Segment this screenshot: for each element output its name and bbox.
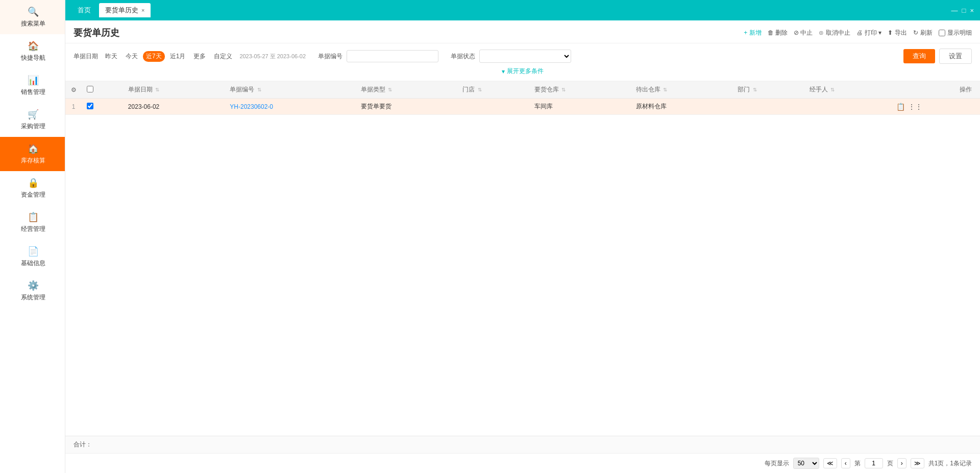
sidebar-item-label: 销售管理: [21, 88, 45, 97]
th-order-no[interactable]: 单据编号 ⇅: [225, 81, 356, 99]
show-detail-label: 显示明细: [947, 29, 972, 37]
th-pending-warehouse[interactable]: 待出仓库 ⇅: [631, 81, 732, 99]
sidebar-item-sales[interactable]: 📊 销售管理: [0, 68, 65, 103]
close-button[interactable]: ×: [970, 7, 974, 14]
filter-status: 单据状态: [451, 50, 571, 63]
row-department: [732, 99, 804, 115]
th-date[interactable]: 单据日期 ⇅: [123, 81, 225, 99]
refresh-icon: ↻: [913, 29, 918, 36]
query-button[interactable]: 查询: [903, 49, 935, 63]
minimize-button[interactable]: —: [951, 7, 958, 14]
tab-requisition-history[interactable]: 要货单历史 ×: [99, 3, 151, 17]
date-btn-yesterday[interactable]: 昨天: [102, 51, 120, 62]
tab-home[interactable]: 首页: [71, 3, 97, 17]
row-more-icon[interactable]: ⋮⋮: [908, 103, 922, 111]
expand-more-btn[interactable]: ▾ 展开更多条件: [74, 67, 972, 76]
last-page-button[interactable]: ≫: [911, 458, 924, 468]
total-info: 共1页，1条记录: [928, 459, 972, 468]
add-button[interactable]: + 新增: [744, 29, 761, 37]
prev-page-button[interactable]: ‹: [841, 458, 850, 468]
row-store: [457, 99, 529, 115]
sidebar-item-system[interactable]: ⚙️ 系统管理: [0, 274, 65, 308]
page-label-end: 页: [887, 459, 893, 468]
row-handler: [804, 99, 891, 115]
sidebar-item-basic[interactable]: 📄 基础信息: [0, 240, 65, 274]
next-page-button[interactable]: ›: [897, 458, 906, 468]
show-detail-checkbox[interactable]: 显示明细: [939, 29, 972, 37]
topbar-right: — □ ×: [951, 7, 974, 14]
row-view-icon[interactable]: 📋: [896, 103, 905, 111]
sort-date-icon: ⇅: [155, 87, 159, 92]
date-btn-custom[interactable]: 自定义: [211, 51, 235, 62]
maximize-button[interactable]: □: [962, 7, 966, 14]
show-detail-input[interactable]: [939, 30, 945, 36]
sidebar-item-finance[interactable]: 🔒 资金管理: [0, 171, 65, 205]
sidebar-item-inventory[interactable]: 🏠 库存核算: [0, 137, 65, 171]
row-select-checkbox[interactable]: [87, 103, 93, 109]
sidebar-item-quicknav[interactable]: 🏠 快捷导航: [0, 34, 65, 68]
row-checkbox: [82, 99, 123, 115]
delete-button[interactable]: 🗑 删除: [768, 29, 788, 37]
status-select[interactable]: [479, 50, 571, 63]
print-icon: 🖨: [856, 29, 863, 36]
th-department[interactable]: 部门 ⇅: [732, 81, 804, 99]
page-title: 要货单历史: [74, 27, 119, 39]
document-icon: 📄: [28, 246, 39, 257]
chart-icon: 📊: [28, 75, 39, 86]
filter-area: 单据日期 昨天 今天 近7天 近1月 更多 自定义 2023-05-27 至 2…: [65, 43, 980, 81]
sidebar-item-purchase[interactable]: 🛒 采购管理: [0, 103, 65, 137]
order-no-link[interactable]: YH-20230602-0: [230, 103, 273, 110]
select-all-checkbox[interactable]: [87, 86, 93, 92]
th-action: 操作: [891, 81, 980, 99]
cancel-stop-button[interactable]: ⊙ 取消中止: [819, 29, 850, 37]
th-handler[interactable]: 经手人 ⇅: [804, 81, 891, 99]
table-area: ⚙ 单据日期 ⇅ 单据编号 ⇅ 单据类型 ⇅: [65, 81, 980, 436]
th-settings[interactable]: ⚙: [65, 81, 82, 99]
th-checkbox: [82, 81, 123, 99]
total-label: 合计：: [74, 441, 92, 448]
row-num: 1: [65, 99, 82, 115]
th-store[interactable]: 门店 ⇅: [457, 81, 529, 99]
stop-button[interactable]: ⊘ 中止: [794, 29, 813, 37]
page-size-select[interactable]: 50 20 100: [793, 458, 819, 469]
refresh-button[interactable]: ↻ 刷新: [913, 29, 933, 37]
sidebar-item-label: 资金管理: [21, 191, 45, 199]
date-btn-today[interactable]: 今天: [122, 51, 141, 62]
page-header: 要货单历史 + 新增 🗑 删除 ⊘ 中止 ⊙ 取消中止 🖨 🖨 打印 打印 ▾ …: [65, 20, 980, 43]
date-btn-more[interactable]: 更多: [190, 51, 209, 62]
export-icon: ⬆: [888, 29, 893, 36]
cart-icon: 🛒: [28, 109, 39, 120]
sidebar-item-operation[interactable]: 📋 经营管理: [0, 205, 65, 240]
sort-dept-icon: ⇅: [753, 87, 757, 92]
table-row: 1 2023-06-02 YH-20230602-0 要货单要货 车间库 原材料…: [65, 99, 980, 115]
sidebar-item-label: 搜索菜单: [21, 19, 45, 28]
row-action: 📋 ⋮⋮: [891, 99, 980, 115]
row-req-warehouse: 车间库: [529, 99, 631, 115]
order-no-input[interactable]: [347, 50, 438, 62]
sidebar: 🔍 搜索菜单 🏠 快捷导航 📊 销售管理 🛒 采购管理 🏠 库存核算 🔒 资金管…: [0, 0, 65, 473]
data-table: ⚙ 单据日期 ⇅ 单据编号 ⇅ 单据类型 ⇅: [65, 81, 980, 115]
th-req-warehouse[interactable]: 要货仓库 ⇅: [529, 81, 631, 99]
settings-button[interactable]: 设置: [939, 49, 972, 64]
sidebar-item-label: 快捷导航: [21, 54, 45, 62]
table-footer: 合计：: [65, 436, 980, 453]
date-buttons: 昨天 今天 近7天 近1月 更多 自定义: [102, 51, 235, 62]
tab-close-icon[interactable]: ×: [141, 7, 144, 13]
first-page-button[interactable]: ≪: [823, 458, 837, 468]
date-btn-last1month[interactable]: 近1月: [167, 51, 189, 62]
export-button[interactable]: ⬆ 导出: [888, 29, 907, 37]
toolbar: + 新增 🗑 删除 ⊘ 中止 ⊙ 取消中止 🖨 🖨 打印 打印 ▾ ⬆ 导出 ↻…: [744, 29, 972, 37]
search-icon: 🔍: [28, 6, 39, 17]
page-number-input[interactable]: [865, 458, 883, 468]
home-icon: 🏠: [28, 40, 39, 52]
th-type[interactable]: 单据类型 ⇅: [356, 81, 457, 99]
sort-store-icon: ⇅: [478, 87, 482, 92]
print-button[interactable]: 🖨 🖨 打印 打印 ▾: [856, 29, 881, 37]
row-order-no: YH-20230602-0: [225, 99, 356, 115]
pagination: 每页显示 50 20 100 ≪ ‹ 第 页 › ≫ 共1页，1条记录: [65, 453, 980, 473]
sidebar-item-search[interactable]: 🔍 搜索菜单: [0, 0, 65, 34]
filter-date: 单据日期 昨天 今天 近7天 近1月 更多 自定义 2023-05-27 至 2…: [74, 51, 306, 62]
page-size-label: 每页显示: [765, 459, 789, 468]
date-btn-last7[interactable]: 近7天: [143, 51, 165, 62]
topbar: 首页 要货单历史 × — □ ×: [65, 0, 980, 20]
